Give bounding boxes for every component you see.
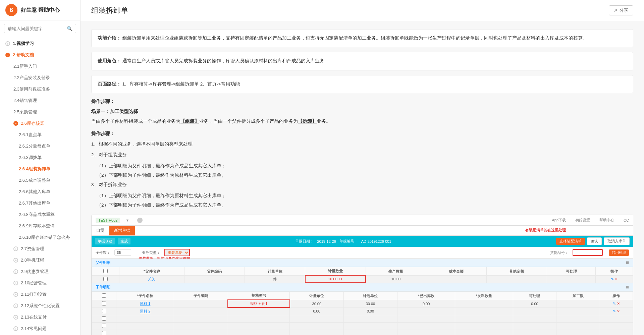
screenshot-count-input[interactable] (114, 249, 131, 256)
sidebar-item-label: 2.6.7其他出库单 (19, 200, 50, 206)
sidebar-item-265[interactable]: 2.6.5成本调整单 (0, 175, 80, 186)
sidebar-item-data-prep[interactable]: 2.3使用前数据准备 (0, 83, 80, 95)
screenshot-help-label: 帮助中心 (599, 218, 614, 223)
th-parent-name: *父件名称 (119, 267, 184, 276)
screenshot-tab-new[interactable]: 新增单据 (109, 226, 135, 235)
screenshot-avatar (137, 218, 143, 223)
sidebar-item-262[interactable]: 2.6.2分量盘点单 (0, 141, 80, 152)
sidebar-item-263[interactable]: 2.6.3调拨单 (0, 152, 80, 163)
intro-label-2: 使用角色： (98, 58, 121, 63)
main-content: 组装拆卸单 ↗ 分享 功能介绍： 组装拆卸单用来处理企业组装或拆卸等加工业务，支… (80, 0, 644, 335)
screenshot-select-btn[interactable]: 选择装配清单 (556, 238, 585, 245)
row-cb[interactable] (102, 301, 106, 305)
sidebar-item-label: 2.2产品安装及登录 (13, 75, 50, 81)
th-unit: 计量单位 (245, 267, 305, 276)
sidebar-header: 6 好生意 帮助中心 (0, 0, 80, 20)
select-all-checkbox[interactable] (103, 269, 108, 273)
sidebar-item-label: 2.6.9库存账本查询 (19, 223, 55, 229)
main-header: 组装拆卸单 ↗ 分享 (80, 0, 644, 21)
mock-screenshot: TEST-H002 ▼ App下载 初始设置 帮助中心 CC 自贡 新增单据 (92, 215, 633, 335)
row-cb[interactable] (102, 316, 106, 321)
sidebar-item-sales[interactable]: 2.4销售管理 (0, 95, 80, 106)
select-all-lower[interactable] (102, 293, 106, 298)
sidebar-item-211[interactable]: + 2.11打印设置 (0, 289, 80, 300)
td-sub-name2: 黑料 2 (116, 308, 174, 315)
sidebar-item-210[interactable]: + 2.10经营管理 (0, 277, 80, 289)
search-box[interactable]: 🔍 (4, 24, 76, 33)
th-actions: 操作 (596, 267, 633, 276)
sidebar-item-help-docs[interactable]: − 2.帮助文档 (0, 49, 80, 61)
td-qty: 10.00 +1 (305, 275, 366, 283)
row-cb[interactable] (102, 331, 106, 335)
th-parent-code: 父件编码 (184, 267, 245, 276)
screenshot-enable-btn[interactable]: 启用处理 (609, 249, 629, 256)
del-btn3[interactable]: ✕ (617, 309, 620, 313)
edit-btn2[interactable]: ✎ (613, 301, 616, 305)
screenshot-cancel-btn[interactable]: 取消入库单 (604, 237, 630, 245)
search-icon[interactable]: 🔍 (67, 26, 72, 31)
sidebar-item-269[interactable]: 2.6.9库存账本查询 (0, 220, 80, 232)
screenshot-action-create[interactable]: 单据创建 (95, 238, 115, 244)
sidebar-item-install[interactable]: 2.2产品安装及登录 (0, 72, 80, 83)
td-cost (426, 275, 486, 283)
share-button[interactable]: ↗ 分享 (609, 5, 633, 15)
sidebar-item-purchase[interactable]: 2.5采购管理 (0, 106, 80, 118)
edit-btn3[interactable]: ✎ (613, 309, 616, 313)
td-unit2: 30.00 (290, 300, 343, 308)
sidebar-item-266[interactable]: 2.6.6其他入库单 (0, 186, 80, 198)
sidebar-item-label: 2.6.2分量盘点单 (19, 143, 50, 149)
screenshot-tab-home[interactable]: 自贡 (92, 226, 109, 235)
sidebar-item-video[interactable]: + 1.视频学习 (0, 38, 80, 49)
page-title: 组装拆卸单 (91, 5, 128, 15)
screenshot-type-select[interactable]: 组装单据 拆卸单据 (164, 249, 190, 256)
sidebar-item-28[interactable]: + 2.8手机旺铺 (0, 255, 80, 266)
sidebar-item-212[interactable]: + 2.12系统个性化设置 (0, 300, 80, 312)
expand-icon: + (13, 315, 18, 320)
row-cb[interactable] (102, 324, 106, 328)
screenshot-search-input[interactable] (573, 249, 603, 256)
th-other: 其他金额 (486, 267, 547, 276)
sidebar-item-214[interactable]: + 2.14常见问题 (0, 323, 80, 334)
th-actions2: 操作 (600, 292, 633, 300)
sidebar-item-label: 2.6.6其他入库单 (19, 189, 50, 195)
sidebar-item-29[interactable]: + 2.9优惠券管理 (0, 266, 80, 277)
row-cb[interactable] (102, 309, 106, 313)
th-unit2: 计量单位 (290, 292, 343, 300)
logo-text: 好生意 帮助中心 (21, 7, 60, 14)
intro-text-1: 组装拆卸单用来处理企业组装或拆卸等加工业务，支持有固定装配清单的产品加工业务，也… (122, 36, 587, 41)
screenshot-topbar: TEST-H002 ▼ App下载 初始设置 帮助中心 CC (92, 215, 633, 226)
sidebar-item-newbie[interactable]: 2.1新手入门 (0, 61, 80, 72)
collapse-icon: − (5, 53, 10, 57)
step3-sub1: （1）上部明细为父件明细，最终作为原材料生成其它出库单； (97, 192, 633, 200)
sidebar-item-264[interactable]: 2.6.4组装拆卸单 (0, 163, 80, 175)
screenshot-lower-icon: ⊞ (626, 285, 629, 289)
sidebar-item-2610[interactable]: 2.6.10库存账本错了怎么办 (0, 232, 80, 243)
screenshot-confirm-btn[interactable]: 确认 (587, 237, 602, 245)
scenario1-desc: 当由多个子件材料组装成一个成品的业务为【组装】业务，当由一个父件拆分成多个子产品… (91, 117, 633, 125)
sidebar-item-label: 2.帮助文档 (13, 52, 34, 58)
sidebar-item-27[interactable]: + 2.7资金管理 (0, 243, 80, 255)
th-plan-qty: *已出库数 (397, 292, 455, 300)
table-row (92, 315, 633, 322)
delete-btn2[interactable]: ✕ (617, 301, 620, 305)
th-issued: *发料数量 (455, 292, 513, 300)
td-proc2: 0.00 (513, 300, 556, 308)
share-icon: ↗ (614, 8, 618, 13)
sidebar-item-label: 2.6.8商品成本重算 (19, 212, 55, 218)
screenshot-action-complete[interactable]: 完成 (118, 238, 130, 244)
sidebar-item-label: 2.6.1盘点单 (19, 132, 42, 138)
edit-btn[interactable]: ✎ (611, 277, 614, 281)
th-qty: 计量数量 (305, 267, 366, 276)
sidebar-item-267[interactable]: 2.6.7其他出库单 (0, 198, 80, 209)
sidebar-item-261[interactable]: 2.6.1盘点单 (0, 129, 80, 141)
expand-icon: + (13, 246, 18, 251)
row-checkbox[interactable] (103, 277, 108, 281)
search-input[interactable] (8, 26, 67, 31)
td-action-btns: ✎ ✕ (596, 275, 633, 283)
sidebar-item-inventory[interactable]: − 2.6库存核算 (0, 118, 80, 129)
sidebar-item-213[interactable]: + 2.13在线支付 (0, 312, 80, 323)
screenshot-cc-label: CC (624, 218, 629, 222)
screenshot-container: TEST-H002 ▼ App下载 初始设置 帮助中心 CC 自贡 新增单据 (91, 215, 633, 335)
sidebar-item-268[interactable]: 2.6.8商品成本重算 (0, 209, 80, 220)
delete-btn[interactable]: ✕ (615, 277, 618, 281)
